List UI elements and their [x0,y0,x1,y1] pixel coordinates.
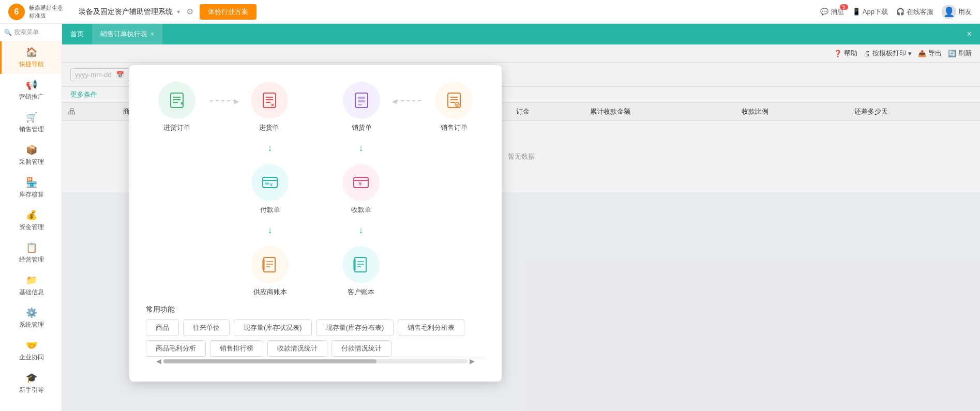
marketing-icon: 📢 [26,79,37,90]
flow-node-payment-bill[interactable]: ¥ 付款单 [239,164,301,215]
sidebar-item-operations[interactable]: 📋经营管理 [0,237,62,269]
sidebar-item-purchase[interactable]: 📦采购管理 [0,139,62,172]
flow-row-1: 进货订单 ▶ [146,82,485,132]
func-btn-销售排行榜[interactable]: 销售排行榜 [210,340,263,357]
flow-node-customer-ledger[interactable]: 客户账本 [330,246,392,297]
top-right-actions: 💬 消息 5 📱 App下载 🎧 在线客服 👤 用友 [820,5,972,19]
system-icon: ⚙️ [26,307,37,318]
page-content: ❓ 帮助 🖨 按模板打印 ▾ 📤 导出 🔄 [62,44,980,411]
func-btn-商品[interactable]: 商品 [146,319,179,336]
flow-node-sales-order[interactable]: 销售订单 [423,82,485,132]
receipt-bill-icon: ¥ [342,164,380,201]
down-arrow-payment: ↓ [268,225,273,236]
basic-icon: 📁 [26,275,37,286]
func-btn-付款情况统计[interactable]: 付款情况统计 [331,340,391,357]
user-avatar: 👤 [942,5,956,19]
operations-label: 经营管理 [19,255,44,264]
scroll-right-arrow[interactable]: ▶ [468,357,477,365]
sidebar-item-enterprise[interactable]: 🤝企业协同 [0,334,62,367]
online-service-button[interactable]: 🎧 在线客服 [896,7,933,17]
supplier-ledger-label: 供应商账本 [253,287,287,297]
svg-rect-11 [358,104,362,105]
scroll-track[interactable] [163,359,468,363]
svg-rect-10 [358,100,365,102]
down-arrow-receipt: ↓ [359,225,364,236]
sales-bill-icon [343,82,380,119]
finance-label: 资金管理 [19,223,44,232]
svg-text:¥: ¥ [358,180,362,188]
flow-node-receipt-bill[interactable]: ¥ 收款单 [330,164,392,215]
logo-text: 畅康通好生意 标准版 [29,4,63,19]
sidebar: 🔍 搜索菜单 🏠快捷导航📢营销推广🛒销售管理📦采购管理🏪库存核算💰资金管理📋经营… [0,24,62,411]
tab-home[interactable]: 首页 [62,24,92,44]
common-functions-section: 常用功能 商品往来单位现存量(库存状况表)现存量(库存分布表)销售毛利分析表商品… [146,305,485,357]
purchase-icon: 📦 [26,144,37,156]
inventory-icon: 🏪 [26,177,37,188]
experience-btn[interactable]: 体验行业方案 [200,4,257,20]
flow-node-purchase-order[interactable]: 进货订单 [146,82,208,132]
flow-node-sales-bill[interactable]: 销货单 [330,82,393,132]
svg-rect-24 [264,257,275,272]
sidebar-item-quick-nav[interactable]: 🏠快捷导航 [0,41,62,74]
logo-area: 6 畅康通好生意 标准版 [8,4,70,20]
system-dropdown-icon[interactable]: ▾ [177,8,180,16]
system-label: 系统管理 [19,321,44,329]
flow-node-supplier-ledger[interactable]: 供应商账本 [239,246,301,297]
sidebar-item-inventory[interactable]: 🏪库存核算 [0,172,62,204]
guide-label: 新手引导 [19,386,44,394]
func-btn-现存量(库存状况表)[interactable]: 现存量(库存状况表) [234,319,312,336]
scroll-bar-area: ◀ ▶ [146,357,485,365]
sidebar-item-basic[interactable]: 📁基础信息 [0,269,62,302]
customer-ledger-label: 客户账本 [348,287,374,297]
func-btn-现存量(库存分布表)[interactable]: 现存量(库存分布表) [316,319,394,336]
sidebar-item-sales[interactable]: 🛒销售管理 [0,106,62,139]
svg-rect-19 [265,182,269,185]
sidebar-item-marketing[interactable]: 📢营销推广 [0,74,62,106]
settings-icon[interactable]: ⚙ [186,7,193,17]
operations-icon: 📋 [26,242,37,253]
system-name: 装备及固定资产辅助管理系统 [79,7,173,17]
search-icon: 🔍 [4,29,12,36]
quick-nav-icon: 🏠 [26,47,37,58]
inventory-label: 库存核算 [19,190,44,199]
sidebar-search[interactable]: 🔍 搜索菜单 [0,24,62,41]
quick-nav-label: 快捷导航 [19,60,44,69]
scroll-left-arrow[interactable]: ◀ [154,357,163,365]
app-download-button[interactable]: 📱 App下载 [852,7,888,17]
flow-arrows-row-2: ↓ ↓ [146,225,485,236]
sidebar-item-guide[interactable]: 🎓新手引导 [0,367,62,400]
modal-overlay[interactable]: 进货订单 ▶ [62,44,980,411]
headset-icon: 🎧 [896,8,904,16]
flow-row-2: ¥ 付款单 ¥ 收款单 [146,164,485,215]
message-icon: 💬 [820,8,828,16]
purchase-bill-icon [251,82,288,119]
system-title: 装备及固定资产辅助管理系统 ▾ ⚙ [79,7,193,17]
svg-rect-29 [355,257,366,272]
supplier-ledger-icon [251,246,289,283]
enterprise-icon: 🤝 [26,340,37,351]
tab-sales-execution[interactable]: 销售订单执行表 × [92,24,162,44]
tab-close-icon[interactable]: × [150,31,154,38]
func-btn-往来单位[interactable]: 往来单位 [183,319,230,336]
sales-order-icon [435,82,473,119]
purchase-order-label: 进货订单 [163,123,190,132]
func-btn-销售毛利分析表[interactable]: 销售毛利分析表 [398,319,464,336]
svg-rect-25 [262,259,265,270]
tab-bar: 首页 销售订单执行表 × × [62,24,980,44]
flow-node-purchase-bill[interactable]: 进货单 [238,82,300,132]
sidebar-item-system[interactable]: ⚙️系统管理 [0,302,62,334]
customer-ledger-icon [342,246,380,283]
svg-rect-30 [353,259,356,270]
user-menu[interactable]: 👤 用友 [942,5,972,19]
tab-bar-close-btn[interactable]: × [959,29,980,39]
flow-row-3: 供应商账本 客户账本 [146,246,485,297]
func-btn-商品毛利分析[interactable]: 商品毛利分析 [146,340,206,357]
message-button[interactable]: 💬 消息 5 [820,7,844,17]
purchase-label: 采购管理 [19,158,44,166]
arrow-purchase-to-bill: ▶ [208,100,238,101]
func-btn-收款情况统计[interactable]: 收款情况统计 [267,340,327,357]
basic-label: 基础信息 [19,288,44,297]
payment-bill-label: 付款单 [260,205,280,215]
sidebar-item-finance[interactable]: 💰资金管理 [0,204,62,237]
purchase-order-icon [158,82,195,119]
